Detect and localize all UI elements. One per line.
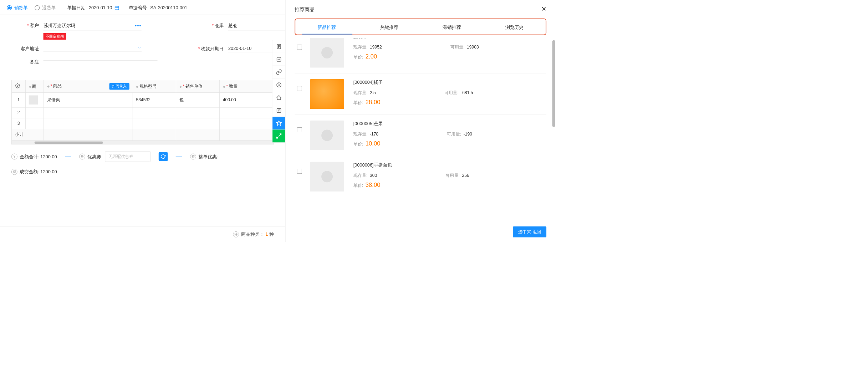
horizontal-scrollbar[interactable] [11, 141, 274, 144]
line-items-table: ◆商 ◆*商品扫码录入 ◆规格型号 ◆*销售单位 ◆*数量 1 果倍爽 5345… [11, 80, 274, 141]
recommend-tabs-highlight: 新品推荐 热销推荐 滞销推荐 浏览历史 [295, 19, 546, 35]
product-item[interactable]: [0000004]橘子 现存量:2.5 可用量:-681.5 单价:28.00 [295, 73, 546, 115]
product-checkbox[interactable] [297, 86, 302, 92]
tool-star-icon[interactable] [272, 117, 285, 130]
product-image [310, 38, 344, 67]
tool-currency-icon[interactable]: ¥ [272, 104, 285, 117]
tab-new-products[interactable]: 新品推荐 [295, 20, 358, 34]
calendar-icon[interactable] [114, 5, 119, 10]
customer-input[interactable]: 苏州万达沃尔玛 ••• [44, 21, 142, 31]
svg-marker-13 [276, 121, 281, 125]
tool-swap-icon[interactable] [272, 78, 285, 91]
more-icon[interactable]: ••• [135, 23, 142, 29]
minus-icon: — [176, 153, 182, 160]
product-checkbox[interactable] [297, 169, 302, 174]
whole-discount: 整 整单优惠: [190, 153, 218, 159]
remark-input[interactable] [44, 57, 158, 60]
side-toolbar: ¥ [272, 40, 286, 143]
doc-date-field: 单据日期 2020-01-10 [67, 5, 119, 11]
yen-icon: ¥ [11, 154, 17, 160]
num-label: 单据编号 [129, 5, 147, 11]
product-name: [0000004]橘子 [353, 79, 546, 85]
product-item[interactable]: [0000006]手撕面包 现存量:300 可用量:256 单价:38.00 [295, 156, 546, 197]
left-pane: 销货单 退货单 单据日期 2020-01-10 单据编号 SA-20200110… [0, 0, 285, 242]
bottom-bar: 种 商品种类： 1 种 [0, 226, 285, 242]
col-spec[interactable]: ◆规格型号 [133, 80, 176, 93]
product-checkbox[interactable] [297, 127, 302, 133]
col-merchant[interactable]: ◆商 [25, 80, 44, 93]
product-name: [0000006]手撕面包 [353, 162, 546, 168]
doc-tabs-header: 销货单 退货单 单据日期 2020-01-10 单据编号 SA-20200110… [0, 0, 285, 14]
svg-point-17 [321, 130, 333, 141]
tab-browse-history[interactable]: 浏览历史 [483, 20, 546, 34]
totals-section: ¥ 金额合计: 1200.00 — 券 优惠券: 无匹配优惠券 — 整 整单优惠… [0, 144, 285, 169]
recommend-panel: 推荐商品 ✕ 新品推荐 热销推荐 滞销推荐 浏览历史 250ml 现存量:199… [285, 0, 556, 242]
subtotal-row: 小计 [12, 129, 274, 141]
amount-total: ¥ 金额合计: 1200.00 [11, 153, 57, 159]
tool-chart-icon[interactable] [272, 53, 285, 66]
date-value[interactable]: 2020-01-10 [89, 5, 112, 10]
scan-input-button[interactable]: 扫码录入 [109, 83, 129, 90]
customer-label: *客户 [11, 21, 44, 29]
product-name: 250ml [353, 38, 546, 40]
tab-label: 退货单 [42, 5, 56, 11]
svg-point-18 [321, 171, 333, 182]
svg-text:¥: ¥ [278, 109, 280, 112]
address-input[interactable] [44, 44, 142, 52]
remark-label: 备注 [11, 57, 44, 65]
deal-amount: 成 成交金额: 1200.00 [11, 169, 57, 175]
due-label: *收款到期日 [196, 44, 228, 52]
tab-hot-products[interactable]: 热销推荐 [358, 20, 421, 34]
radio-icon [35, 5, 40, 10]
product-image [310, 79, 344, 109]
table-row[interactable]: 1 果倍爽 534532 包 400.00 [12, 93, 274, 108]
product-checkbox[interactable] [297, 45, 302, 50]
col-unit[interactable]: ◆*销售单位 [176, 80, 220, 93]
svg-rect-0 [115, 6, 119, 9]
coupon-icon: 券 [79, 154, 85, 160]
tool-doc-icon[interactable] [272, 40, 285, 53]
vertical-scrollbar[interactable] [552, 40, 555, 127]
select-return-button[interactable]: 选中(0) 返回 [513, 226, 546, 237]
radio-icon [7, 5, 12, 10]
product-name: [0000005]芒果 [353, 121, 546, 127]
product-list[interactable]: 250ml 现存量:19952 可用量:19903 单价:2.00 [00000… [286, 38, 556, 222]
customer-value: 苏州万达沃尔玛 [44, 22, 76, 29]
table-row[interactable]: 2 [12, 107, 274, 118]
product-image [310, 162, 344, 191]
warehouse-label: *仓库 [196, 21, 228, 29]
tab-slow-products[interactable]: 滞销推荐 [420, 20, 483, 34]
kinds-icon: 种 [233, 231, 239, 237]
form-section: *客户 苏州万达沃尔玛 ••• 不固定账期 *仓库 总仓 客户地 [0, 14, 285, 73]
close-icon[interactable]: ✕ [541, 6, 546, 13]
svg-point-16 [321, 47, 333, 58]
num-value: SA-20200110-001 [150, 5, 187, 10]
col-product[interactable]: ◆*商品扫码录入 [44, 80, 133, 93]
discount-icon: 整 [190, 154, 196, 160]
product-item[interactable]: [0000005]芒果 现存量:-178 可用量:-190 单价:10.00 [295, 115, 546, 156]
tool-expand-icon[interactable] [272, 130, 285, 143]
chevron-down-icon [137, 46, 142, 50]
svg-point-10 [277, 83, 281, 87]
panel-title: 推荐商品 [295, 6, 315, 12]
gear-icon [15, 83, 20, 88]
col-qty[interactable]: ◆*数量 [219, 80, 274, 93]
doc-number-field: 单据编号 SA-20200110-001 [129, 5, 190, 11]
settings-column[interactable] [12, 80, 25, 93]
table-row[interactable]: 3 [12, 118, 274, 129]
svg-point-4 [17, 85, 19, 87]
tool-link-icon[interactable] [272, 66, 285, 78]
tool-house-icon[interactable] [272, 91, 285, 104]
tab-return-order[interactable]: 退货单 [35, 5, 56, 11]
minus-icon: — [65, 153, 71, 160]
refresh-button[interactable] [159, 152, 168, 161]
warehouse-input[interactable]: 总仓 [228, 21, 292, 31]
deal-icon: 成 [11, 169, 17, 175]
address-label: 客户地址 [11, 44, 44, 52]
product-item[interactable]: 250ml 现存量:19952 可用量:19903 单价:2.00 [295, 38, 546, 73]
account-period-tag: 不固定账期 [44, 33, 66, 40]
tab-label: 销货单 [14, 5, 28, 11]
coupon-input[interactable]: 无匹配优惠券 [105, 151, 150, 162]
tab-sale-order[interactable]: 销货单 [7, 5, 28, 11]
product-thumbnail [29, 96, 38, 105]
